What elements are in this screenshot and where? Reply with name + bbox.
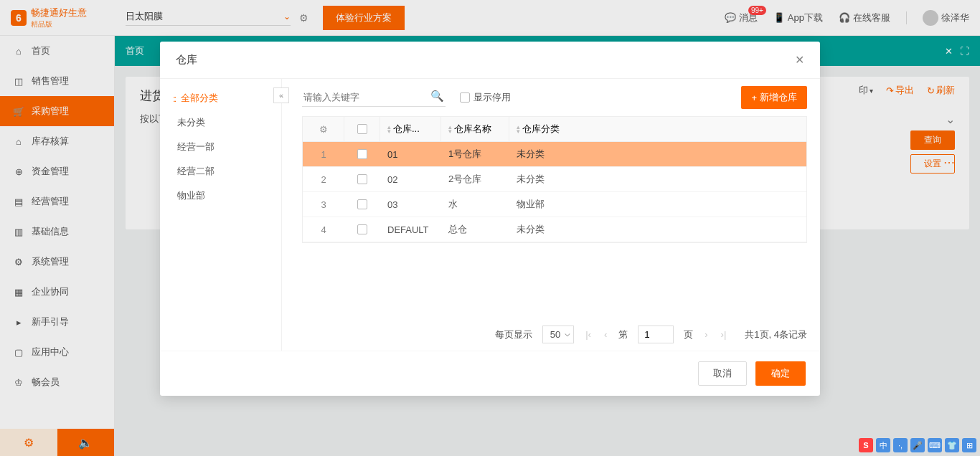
category-sidebar: 全部分类 未分类经营一部经营二部物业部 [160,79,282,351]
ime-sogou-icon[interactable]: S [859,438,873,452]
page-first-icon[interactable]: |‹ [584,329,593,340]
page-summary: 共1页, 4条记录 [745,328,807,341]
ime-punct-icon[interactable]: ·, [893,438,908,452]
per-page-label: 每页显示 [495,328,532,341]
row-code: 02 [380,167,441,191]
modal-overlay: 仓库 ✕ « 全部分类 未分类经营一部经营二部物业部 🔍 显示停用 [0,0,980,456]
table-row[interactable]: 4DEFAULT总仓未分类 [303,217,806,242]
category-item-2[interactable]: 经营二部 [160,159,281,184]
row-code: 03 [380,192,441,217]
header-category[interactable]: ▴▾仓库分类 [509,117,806,141]
ime-keyboard-icon[interactable]: ⌨ [928,438,942,452]
row-index: 1 [303,142,344,166]
modal-header: 仓库 ✕ [160,42,820,78]
row-name: 总仓 [441,217,509,242]
search-icon[interactable]: 🔍 [430,90,444,103]
page-last-icon[interactable]: ›| [720,329,728,340]
checkbox-icon [357,124,367,134]
checkbox-icon [357,199,367,209]
per-page-select[interactable]: 50 [542,326,574,343]
close-icon[interactable]: ✕ [795,53,804,67]
table-row[interactable]: 1011号仓库未分类 [303,142,806,167]
sort-icon: ▴▾ [387,125,391,133]
row-index: 2 [303,167,344,191]
page-next-icon[interactable]: › [703,329,709,340]
row-index: 3 [303,192,344,217]
category-item-0[interactable]: 未分类 [160,110,281,135]
table-header: ⚙ ▴▾仓库... ▴▾仓库名称 ▴▾仓库分类 [303,117,806,142]
row-category: 物业部 [509,192,806,217]
modal-main: 🔍 显示停用 + 新增仓库 ⚙ ▴▾仓库... [282,79,820,351]
table-row[interactable]: 2022号仓库未分类 [303,167,806,192]
header-name[interactable]: ▴▾仓库名称 [441,117,509,141]
row-checkbox[interactable] [344,167,380,191]
header-settings[interactable]: ⚙ [303,117,344,141]
row-checkbox[interactable] [344,142,380,166]
cancel-button[interactable]: 取消 [698,361,747,386]
category-item-3[interactable]: 物业部 [160,184,281,208]
add-warehouse-button[interactable]: + 新增仓库 [741,86,807,109]
sidebar-collapse-icon[interactable]: « [273,87,289,103]
ime-toolbar: S 中 ·, 🎤 ⌨ 👕 ⊞ [859,438,976,452]
confirm-button[interactable]: 确定 [755,361,806,386]
modal-title: 仓库 [176,53,197,67]
row-category: 未分类 [509,142,806,166]
category-all[interactable]: 全部分类 [160,86,281,110]
header-code[interactable]: ▴▾仓库... [380,117,441,141]
row-category: 未分类 [509,217,806,242]
search-box: 🔍 [302,88,446,107]
row-category: 未分类 [509,167,806,191]
category-item-1[interactable]: 经营一部 [160,135,281,159]
table-row[interactable]: 303水物业部 [303,192,806,217]
checkbox-icon [357,149,367,159]
row-checkbox[interactable] [344,192,380,217]
row-name: 1号仓库 [441,142,509,166]
gear-icon: ⚙ [319,124,328,135]
header-checkbox[interactable] [344,117,380,141]
row-index: 4 [303,217,344,242]
checkbox-icon [357,174,367,184]
row-code: 01 [380,142,441,166]
modal-toolbar: 🔍 显示停用 + 新增仓库 [302,86,807,109]
modal-body: « 全部分类 未分类经营一部经营二部物业部 🔍 显示停用 + [160,78,820,351]
pagination: 每页显示 50 |‹ ‹ 第 页 › ›| 共1页, 4条记录 [302,313,807,343]
ime-skin-icon[interactable]: 👕 [945,438,959,452]
ime-toolbox-icon[interactable]: ⊞ [962,438,976,452]
row-checkbox[interactable] [344,217,380,242]
ime-cn-icon[interactable]: 中 [876,438,890,452]
checkbox-icon [357,224,367,234]
sort-icon: ▴▾ [448,125,452,133]
search-input[interactable] [302,88,446,107]
checkbox-icon [460,92,470,103]
sort-icon: ▴▾ [517,125,520,133]
ime-mic-icon[interactable]: 🎤 [910,438,925,452]
show-disabled-checkbox[interactable]: 显示停用 [460,91,511,104]
row-code: DEFAULT [380,217,441,242]
row-name: 水 [441,192,509,217]
modal-footer: 取消 确定 [160,351,820,396]
page-input[interactable] [638,326,674,343]
warehouse-table: ⚙ ▴▾仓库... ▴▾仓库名称 ▴▾仓库分类 1011号仓库未分类2022号仓… [302,116,807,243]
plus-icon: + [751,92,757,103]
warehouse-modal: 仓库 ✕ « 全部分类 未分类经营一部经营二部物业部 🔍 显示停用 [160,42,820,396]
page-prev-icon[interactable]: ‹ [603,329,608,340]
row-name: 2号仓库 [441,167,509,191]
